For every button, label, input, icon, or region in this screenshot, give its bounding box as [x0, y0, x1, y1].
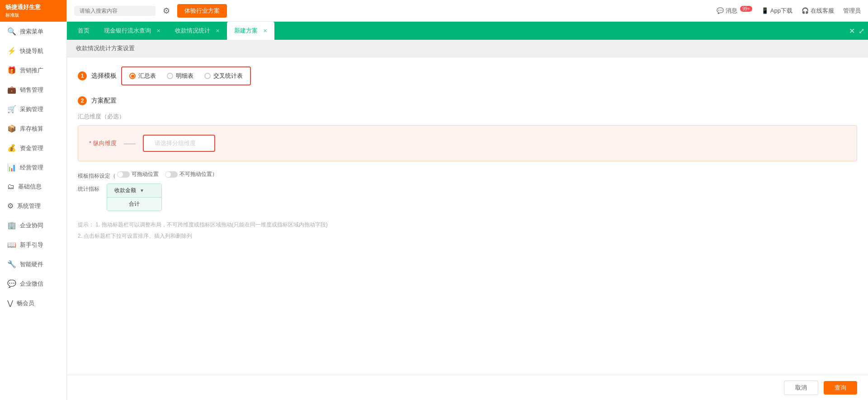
sidebar-item-hardware[interactable]: 🔧 智能硬件	[0, 254, 66, 274]
guide-icon: 📖	[7, 240, 16, 249]
sidebar-item-search-menu[interactable]: 🔍 搜索菜单	[0, 22, 66, 41]
search-input[interactable]	[74, 6, 156, 16]
cancel-button[interactable]: 取消	[784, 381, 818, 395]
sidebar-item-label: 销售管理	[20, 86, 43, 94]
sidebar-item-marketing[interactable]: 🎁 营销推广	[0, 61, 66, 80]
sidebar-item-enterprise[interactable]: 🏢 企业协同	[0, 216, 66, 235]
radio-detail-circle	[167, 73, 173, 79]
sidebar-item-label: 搜索菜单	[20, 28, 43, 36]
marketing-icon: 🎁	[7, 66, 16, 75]
indicator-col-header[interactable]: 收款金额 ▼	[107, 184, 161, 198]
notice-badge: 99+	[740, 6, 752, 12]
basic-icon: 🗂	[7, 183, 14, 191]
quick-nav-icon: ⚡	[7, 47, 16, 55]
sidebar-item-label: 新手引导	[20, 241, 43, 249]
sidebar-item-label: 库存核算	[20, 125, 43, 133]
sidebar-item-label: 经营管理	[20, 164, 43, 172]
sidebar-logo-name: 畅捷通好生意	[5, 3, 41, 11]
dimension-label: 汇总维度（必选）	[78, 113, 857, 121]
section2-header: 2 方案配置	[78, 96, 857, 105]
notice-label: 消息	[726, 7, 737, 15]
tab-home[interactable]: 首页	[71, 22, 97, 40]
tab-home-label: 首页	[78, 27, 90, 35]
section-template: 1 选择模板 汇总表 明细表 交叉统计表	[78, 66, 857, 85]
unmovable-toggle-dot	[165, 171, 178, 178]
sidebar-item-label: 畅会员	[17, 299, 34, 307]
sidebar-item-label: 系统管理	[17, 202, 41, 210]
topbar-right: 💬 消息 99+ 📱 App下载 🎧 在线客服 管理员	[717, 7, 861, 15]
tab-bank-flow[interactable]: 现金银行流水查询 ✕	[97, 22, 168, 40]
dimension-area: * 纵向维度 —— 请选择分组维度	[78, 125, 857, 161]
download-item[interactable]: 📱 App下载	[761, 7, 793, 15]
sidebar-item-operation[interactable]: 📊 经营管理	[0, 158, 66, 177]
purchase-icon: 🛒	[7, 105, 16, 113]
sidebar-item-label: 智能硬件	[20, 260, 43, 268]
sidebar-item-member[interactable]: ⋁ 畅会员	[0, 293, 66, 313]
sidebar-item-label: 营销推广	[20, 66, 43, 75]
sidebar-item-label: 资金管理	[20, 144, 43, 152]
radio-summary[interactable]: 汇总表	[129, 72, 156, 80]
sidebar-item-inventory[interactable]: 📦 库存核算	[0, 119, 66, 138]
form-container: 1 选择模板 汇总表 明细表 交叉统计表	[67, 57, 868, 375]
sidebar-item-weixin[interactable]: 💬 企业微信	[0, 274, 66, 293]
user-item[interactable]: 管理员	[843, 7, 861, 15]
tabbar: 首页 现金银行流水查询 ✕ 收款情况统计 ✕ 新建方案 ✕ ✕ ⤢	[67, 22, 868, 40]
tab-bank-flow-close[interactable]: ✕	[156, 28, 160, 34]
sidebar-item-sales[interactable]: 💼 销售管理	[0, 80, 66, 99]
download-label: App下载	[770, 7, 793, 15]
tab-receipt-stat-close[interactable]: ✕	[216, 28, 220, 34]
sidebar-item-quick-nav[interactable]: ⚡ 快捷导航	[0, 41, 66, 61]
tab-new-plan-close[interactable]: ✕	[263, 28, 267, 34]
member-icon: ⋁	[7, 299, 13, 307]
sidebar-item-basic[interactable]: 🗂 基础信息	[0, 177, 66, 196]
tab-expand-btn[interactable]: ⤢	[859, 27, 864, 35]
enterprise-icon: 🏢	[7, 221, 16, 230]
user-name: 管理员	[843, 7, 861, 15]
dimension-placeholder-box[interactable]: 请选择分组维度	[143, 135, 215, 152]
stat-group-label: 统计指标	[78, 184, 99, 211]
inventory-icon: 📦	[7, 124, 16, 133]
sidebar: 畅捷通好生意 标准版 🔍 搜索菜单 ⚡ 快捷导航 🎁 营销推广 💼 销售管理 🛒…	[0, 0, 67, 400]
weixin-icon: 💬	[7, 279, 16, 288]
settings-icon[interactable]: ⚙	[163, 6, 170, 16]
section1-title: 选择模板	[91, 72, 117, 80]
tab-bank-flow-label: 现金银行流水查询	[104, 27, 151, 35]
movable-toggle-dot	[117, 171, 130, 178]
radio-cross-label: 交叉统计表	[213, 72, 243, 80]
movable-label: 可拖动位置	[132, 170, 159, 178]
topbar: ⚙ 体验行业方案 💬 消息 99+ 📱 App下载 🎧 在线客服 管理员	[67, 0, 868, 22]
movable-toggle[interactable]: 可拖动位置	[117, 170, 159, 178]
dimension-row-label: * 纵向维度	[89, 139, 117, 147]
section2-num: 2	[78, 96, 87, 105]
search-menu-icon: 🔍	[7, 27, 16, 36]
sidebar-item-purchase[interactable]: 🛒 采购管理	[0, 99, 66, 119]
service-item[interactable]: 🎧 在线客服	[802, 7, 834, 15]
radio-cross-circle	[204, 73, 211, 79]
tips: 提示： 1. 拖动标题栏可以调整布局，不可跨维度或指标区域拖动(只能在同一维度或…	[78, 220, 857, 241]
unmovable-toggle[interactable]: 不可拖动位置）	[165, 170, 217, 178]
sidebar-item-finance[interactable]: 💰 资金管理	[0, 138, 66, 158]
breadcrumb: 收款情况统计方案设置	[67, 40, 868, 57]
tab-receipt-stat[interactable]: 收款情况统计 ✕	[168, 22, 227, 40]
tab-new-plan[interactable]: 新建方案 ✕	[227, 22, 274, 40]
operation-icon: 📊	[7, 163, 16, 172]
content-area: 收款情况统计方案设置 1 选择模板 汇总表 明细表	[67, 40, 868, 375]
indicator-col-header-text: 收款金额	[114, 187, 136, 194]
dimension-config: 汇总维度（必选） * 纵向维度 —— 请选择分组维度	[78, 113, 857, 161]
query-button[interactable]: 查询	[824, 381, 857, 395]
radio-detail[interactable]: 明细表	[167, 72, 193, 80]
sidebar-item-label: 采购管理	[20, 105, 43, 113]
radio-cross[interactable]: 交叉统计表	[204, 72, 243, 80]
notice-item[interactable]: 💬 消息 99+	[717, 7, 752, 15]
radio-summary-circle	[129, 73, 136, 79]
section-config: 2 方案配置 汇总维度（必选） * 纵向维度 —— 请选择分组维度	[78, 96, 857, 241]
radio-summary-label: 汇总表	[138, 72, 156, 80]
indicator-grid-wrapper: 统计指标 收款金额 ▼ 合计	[78, 184, 857, 211]
industry-btn[interactable]: 体验行业方案	[177, 4, 227, 18]
radio-detail-label: 明细表	[176, 72, 193, 80]
sidebar-item-system[interactable]: ⚙ 系统管理	[0, 196, 66, 216]
indicator-settings: 模板指标设定（ 可拖动位置 不可拖动位置） 统计指标	[78, 170, 857, 211]
notice-icon: 💬	[717, 7, 724, 14]
sidebar-item-guide[interactable]: 📖 新手引导	[0, 235, 66, 254]
tab-close-all-btn[interactable]: ✕	[849, 27, 855, 35]
